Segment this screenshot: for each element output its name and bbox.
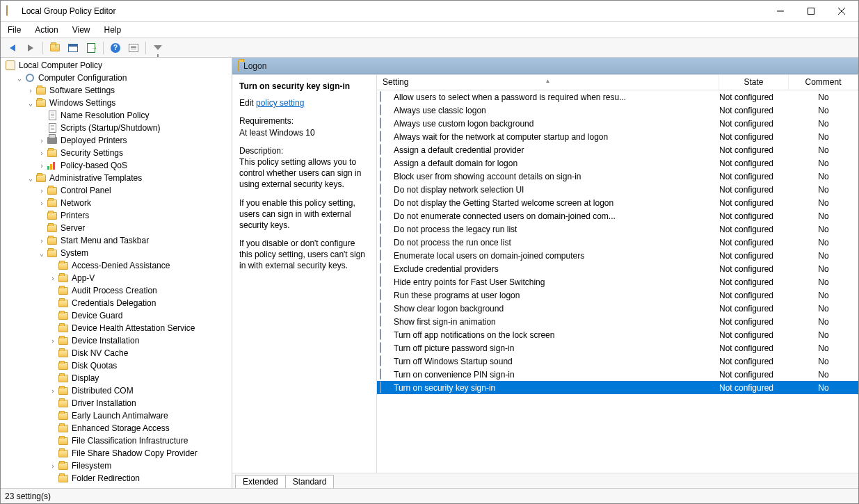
show-hide-tree-button[interactable] xyxy=(65,40,81,56)
list-row[interactable]: Always use classic logonNot configuredNo xyxy=(377,104,858,117)
close-button[interactable] xyxy=(826,1,857,21)
menu-file[interactable]: File xyxy=(6,24,22,36)
tree-item[interactable]: Enhanced Storage Access xyxy=(3,422,232,434)
tree-item[interactable]: Access-Denied Assistance xyxy=(3,259,232,272)
tree-item[interactable]: ›App-V xyxy=(3,272,232,284)
list-row[interactable]: Always wait for the network at computer … xyxy=(377,130,858,143)
list-row[interactable]: Block user from showing account details … xyxy=(377,170,858,183)
list-row[interactable]: Turn on convenience PIN sign-inNot confi… xyxy=(377,368,858,381)
twisty-icon[interactable]: › xyxy=(48,275,58,282)
properties-button[interactable] xyxy=(126,40,141,56)
tree-item[interactable]: Name Resolution Policy xyxy=(3,109,232,122)
tree-item[interactable]: ⌄Windows Settings xyxy=(3,97,232,109)
list-row[interactable]: Do not display the Getting Started welco… xyxy=(377,196,858,209)
list-row[interactable]: Turn off app notifications on the lock s… xyxy=(377,328,858,341)
tree-item-icon xyxy=(58,323,69,334)
tab-standard[interactable]: Standard xyxy=(286,475,335,488)
edit-policy-link[interactable]: policy setting xyxy=(256,98,304,108)
twisty-icon[interactable]: ⌄ xyxy=(37,250,47,257)
tree-item[interactable]: Disk Quotas xyxy=(3,359,232,372)
col-setting[interactable]: Setting xyxy=(377,75,719,90)
tree-item[interactable]: ⌄Administrative Templates xyxy=(3,172,232,184)
maximize-button[interactable] xyxy=(796,1,826,21)
twisty-icon[interactable]: › xyxy=(48,387,58,395)
export-button[interactable] xyxy=(83,40,99,56)
back-button[interactable] xyxy=(5,40,20,56)
list-row[interactable]: Assign a default domain for logonNot con… xyxy=(377,156,858,170)
twisty-icon[interactable]: › xyxy=(48,462,58,470)
tree-item[interactable]: Credentials Delegation xyxy=(3,297,232,309)
twisty-icon[interactable]: ⌄ xyxy=(15,74,24,82)
up-button[interactable] xyxy=(47,40,63,56)
tree-item[interactable]: ›Device Installation xyxy=(3,334,232,347)
forward-button[interactable] xyxy=(23,40,38,56)
twisty-icon[interactable]: › xyxy=(37,162,47,170)
tree-item[interactable]: File Share Shadow Copy Provider xyxy=(3,447,232,460)
twisty-icon[interactable]: › xyxy=(37,149,47,157)
tree-pane[interactable]: Local Computer Policy ⌄Computer Configur… xyxy=(1,58,232,488)
tree-item[interactable]: Audit Process Creation xyxy=(3,284,232,297)
twisty-icon[interactable]: › xyxy=(37,200,47,207)
tree-item[interactable]: ›Network xyxy=(3,197,232,209)
list-row[interactable]: Show first sign-in animationNot configur… xyxy=(377,315,858,328)
twisty-icon[interactable]: ⌄ xyxy=(26,99,35,107)
twisty-icon[interactable]: › xyxy=(37,187,47,195)
twisty-icon[interactable]: › xyxy=(26,87,35,95)
help-button[interactable]: ? xyxy=(108,40,123,56)
edit-prefix: Edit xyxy=(239,98,256,108)
tree-item[interactable]: Display xyxy=(3,372,232,384)
tree-item[interactable]: ›Start Menu and Taskbar xyxy=(3,234,232,247)
tree-item[interactable]: ›Distributed COM xyxy=(3,384,232,397)
list-row[interactable]: Do not display network selection UINot c… xyxy=(377,183,858,196)
tree-item[interactable]: Device Guard xyxy=(3,309,232,322)
tree-item[interactable]: Scripts (Startup/Shutdown) xyxy=(3,122,232,134)
list-rows[interactable]: Allow users to select when a password is… xyxy=(377,90,858,473)
menu-help[interactable]: Help xyxy=(103,24,123,36)
list-row[interactable]: Do not process the legacy run listNot co… xyxy=(377,222,858,236)
menu-action[interactable]: Action xyxy=(33,24,59,36)
list-row[interactable]: Allow users to select when a password is… xyxy=(377,90,858,104)
tree-item[interactable]: Early Launch Antimalware xyxy=(3,409,232,422)
filter-button[interactable] xyxy=(150,40,166,56)
tree-item[interactable]: Driver Installation xyxy=(3,397,232,409)
tree-item-label: Access-Denied Assistance xyxy=(72,261,170,270)
twisty-icon[interactable]: › xyxy=(37,237,47,245)
twisty-icon[interactable]: › xyxy=(37,137,47,145)
tree-item[interactable]: Printers xyxy=(3,209,232,222)
list-row[interactable]: Do not process the run once listNot conf… xyxy=(377,236,858,249)
list-row[interactable]: Do not enumerate connected users on doma… xyxy=(377,209,858,222)
list-row[interactable]: Enumerate local users on domain-joined c… xyxy=(377,249,858,262)
tree-item[interactable]: Folder Redirection xyxy=(3,472,232,485)
tree-item[interactable]: ⌄Computer Configuration xyxy=(3,72,232,84)
twisty-icon[interactable]: › xyxy=(48,337,58,345)
tree-item[interactable]: ›Control Panel xyxy=(3,184,232,197)
list-row[interactable]: Hide entry points for Fast User Switchin… xyxy=(377,275,858,288)
minimize-button[interactable] xyxy=(765,1,796,21)
list-row[interactable]: Exclude credential providersNot configur… xyxy=(377,262,858,275)
tree-item[interactable]: Disk NV Cache xyxy=(3,347,232,359)
col-state[interactable]: State xyxy=(719,75,789,90)
tab-extended[interactable]: Extended xyxy=(235,475,286,488)
row-state: Not configured xyxy=(719,370,789,380)
twisty-icon[interactable]: ⌄ xyxy=(26,174,35,182)
tree-item[interactable]: Server xyxy=(3,222,232,234)
col-comment[interactable]: Comment xyxy=(789,75,858,90)
tree-item[interactable]: ›Deployed Printers xyxy=(3,134,232,147)
tree-root[interactable]: Local Computer Policy xyxy=(3,59,232,72)
tree-item[interactable]: ⌄System xyxy=(3,247,232,259)
tree-item[interactable]: ›Software Settings xyxy=(3,84,232,97)
list-row[interactable]: Run these programs at user logonNot conf… xyxy=(377,288,858,302)
list-row[interactable]: Show clear logon backgroundNot configure… xyxy=(377,302,858,315)
list-row[interactable]: Assign a default credential providerNot … xyxy=(377,143,858,156)
tree-item[interactable]: Device Health Attestation Service xyxy=(3,322,232,334)
list-row[interactable]: Always use custom logon backgroundNot co… xyxy=(377,117,858,130)
tree-item-label: Control Panel xyxy=(61,186,111,195)
tree-item[interactable]: File Classification Infrastructure xyxy=(3,434,232,447)
tree-item[interactable]: ›Security Settings xyxy=(3,147,232,159)
tree-item[interactable]: ›Policy-based QoS xyxy=(3,159,232,172)
list-row[interactable]: Turn off picture password sign-inNot con… xyxy=(377,341,858,355)
list-row[interactable]: Turn off Windows Startup soundNot config… xyxy=(377,355,858,368)
menu-view[interactable]: View xyxy=(71,24,92,36)
tree-item[interactable]: ›Filesystem xyxy=(3,460,232,472)
list-row[interactable]: Turn on security key sign-inNot configur… xyxy=(377,381,858,394)
